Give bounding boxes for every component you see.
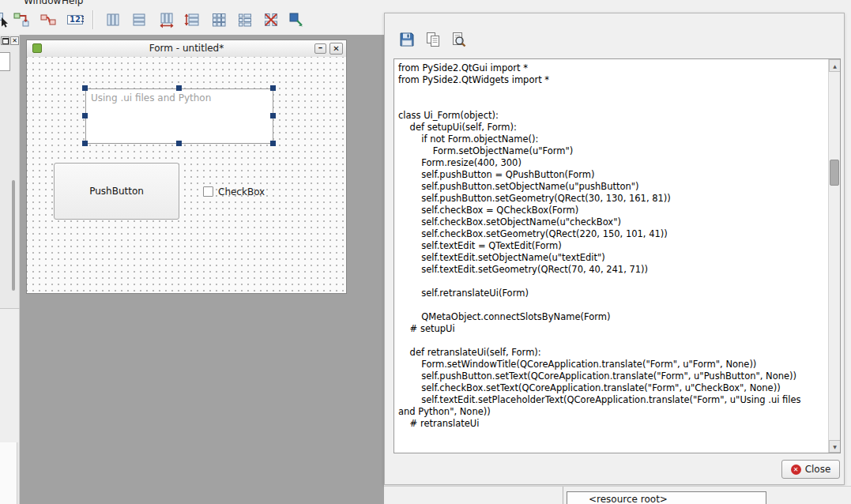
widgetbox-filter-fragment[interactable] bbox=[0, 52, 10, 71]
toolbar-separator bbox=[92, 10, 94, 29]
selection-handle-mid-right[interactable] bbox=[270, 113, 276, 118]
close-icon: ✕ bbox=[12, 37, 17, 44]
generated-python-code: from PySide2.QtGui import * from PySide2… bbox=[394, 59, 829, 430]
edit-signals-slots-icon bbox=[11, 11, 32, 28]
checkbox-widget[interactable]: CheckBox bbox=[203, 185, 265, 198]
lay-out-vertically-in-splitter-icon bbox=[183, 11, 203, 28]
left-dock-strip: ✕ bbox=[0, 35, 20, 504]
selection-handle-bottom-right[interactable] bbox=[270, 141, 276, 146]
lay-out-in-a-form-layout-button[interactable] bbox=[235, 9, 255, 30]
widgetbox-scrollbar[interactable] bbox=[12, 180, 15, 291]
form-editor-window: Form - untitled* – ✕ Using .ui files and… bbox=[26, 39, 347, 294]
checkbox-indicator[interactable] bbox=[203, 186, 213, 197]
lower-dock-fragment bbox=[0, 309, 19, 442]
find-button[interactable] bbox=[448, 29, 469, 50]
pushbutton-widget[interactable]: PushButton bbox=[54, 163, 179, 220]
close-button-label: Close bbox=[805, 464, 831, 475]
break-layout-button[interactable] bbox=[261, 9, 281, 30]
close-circle-icon: ✕ bbox=[791, 465, 801, 475]
lay-out-in-a-grid-button[interactable] bbox=[209, 9, 229, 30]
code-text-area[interactable]: from PySide2.QtGui import * from PySide2… bbox=[393, 58, 841, 453]
resource-root-item[interactable]: <resource root> bbox=[567, 491, 766, 504]
scroll-down-icon: ▼ bbox=[833, 444, 837, 449]
float-icon bbox=[2, 38, 9, 44]
close-x-glyph: ✕ bbox=[793, 466, 799, 473]
copy-button[interactable] bbox=[423, 29, 443, 50]
lay-out-in-a-grid-icon bbox=[209, 11, 229, 28]
selection-handle-top-right[interactable] bbox=[270, 85, 276, 91]
edit-buddies-icon bbox=[38, 11, 58, 28]
form-window-title: Form - untitled* bbox=[27, 43, 346, 54]
lay-out-horizontally-in-splitter-icon bbox=[156, 11, 177, 28]
scrollbar-thumb[interactable] bbox=[830, 160, 839, 186]
form-window-titlebar[interactable]: Form - untitled* – ✕ bbox=[27, 40, 346, 58]
adjust-size-button[interactable] bbox=[286, 9, 307, 30]
lay-out-horizontally-in-splitter-button[interactable] bbox=[156, 9, 177, 30]
lay-out-vertically-button[interactable] bbox=[129, 9, 149, 30]
menu-help[interactable]: Help bbox=[62, 0, 83, 6]
selection-handle-bottom-center[interactable] bbox=[176, 141, 182, 146]
close-button[interactable]: ✕ Close bbox=[781, 460, 840, 479]
scroll-up-button[interactable]: ▲ bbox=[829, 59, 841, 72]
selection-handle-mid-left[interactable] bbox=[82, 113, 88, 118]
edit-buddies-button[interactable] bbox=[38, 9, 58, 30]
menu-window[interactable]: Window bbox=[24, 0, 61, 6]
pushbutton-label: PushButton bbox=[89, 186, 144, 197]
save-button[interactable] bbox=[397, 29, 417, 50]
svg-text:123: 123 bbox=[70, 15, 84, 24]
dock-float-button[interactable] bbox=[1, 36, 9, 45]
break-layout-icon bbox=[261, 11, 281, 28]
lay-out-in-a-form-layout-icon bbox=[235, 11, 255, 28]
lay-out-vertically-icon bbox=[129, 11, 149, 28]
textedit-widget[interactable]: Using .ui files and Python bbox=[85, 88, 273, 144]
copy-icon bbox=[423, 31, 443, 48]
lay-out-horizontally-button[interactable] bbox=[103, 9, 123, 30]
scroll-down-button[interactable]: ▼ bbox=[829, 440, 841, 453]
menubar: Window Help bbox=[0, 0, 851, 6]
selection-handle-top-left[interactable] bbox=[82, 85, 88, 91]
code-vertical-scrollbar[interactable]: ▲ ▼ bbox=[828, 59, 840, 453]
dock-splitter[interactable] bbox=[563, 487, 563, 504]
textedit-placeholder: Using .ui files and Python bbox=[86, 89, 273, 107]
lower-dock-panel-fragment bbox=[0, 442, 17, 504]
save-icon bbox=[397, 31, 417, 48]
selection-handle-bottom-left[interactable] bbox=[82, 141, 88, 146]
find-icon bbox=[448, 31, 469, 48]
code-preview-dialog: from PySide2.QtGui import * from PySide2… bbox=[384, 13, 845, 485]
selection-handle-top-center[interactable] bbox=[176, 85, 182, 91]
adjust-size-icon bbox=[286, 11, 307, 28]
form-canvas[interactable]: Using .ui files and Python PushButton Ch… bbox=[27, 57, 346, 293]
dock-close-button[interactable]: ✕ bbox=[10, 36, 19, 45]
mdi-area: Form - untitled* – ✕ Using .ui files and… bbox=[20, 35, 384, 504]
edit-signals-slots-button[interactable] bbox=[11, 9, 32, 30]
edit-tab-order-button[interactable]: 123 bbox=[65, 9, 85, 30]
scroll-up-icon: ▲ bbox=[833, 63, 837, 69]
lay-out-vertically-in-splitter-button[interactable] bbox=[183, 9, 203, 30]
lay-out-horizontally-icon bbox=[103, 11, 123, 28]
form-close-button[interactable]: ✕ bbox=[329, 43, 343, 55]
bottom-dock-area: <resource root> bbox=[384, 486, 851, 504]
qt-designer-screen: Window Help 123 bbox=[0, 0, 851, 504]
checkbox-label: CheckBox bbox=[218, 186, 265, 197]
form-minimize-button[interactable]: – bbox=[314, 43, 326, 54]
edit-tab-order-icon: 123 bbox=[65, 11, 85, 28]
